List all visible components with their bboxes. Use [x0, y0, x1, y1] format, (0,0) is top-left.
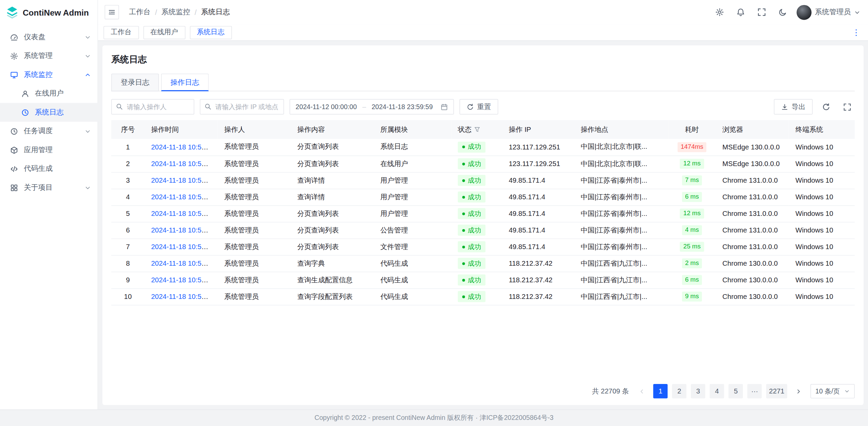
operation-time-link[interactable]: 2024-11-18 10:52:05 — [151, 193, 215, 201]
operation-time-link[interactable]: 2024-11-18 10:52:12 — [151, 177, 215, 184]
cell-time: 2024-11-18 10:52:12 — [144, 172, 218, 189]
avatar — [796, 5, 811, 20]
code-icon — [10, 165, 18, 173]
cell-status: 成功 — [451, 255, 502, 272]
app-title: ContiNew Admin — [23, 7, 89, 17]
notifications-icon[interactable] — [732, 4, 749, 20]
breadcrumb-item[interactable]: 工作台 — [129, 7, 151, 17]
page-button-current[interactable]: 1 — [653, 384, 668, 398]
status-dot-icon — [462, 196, 465, 198]
sidebar-item-system-management[interactable]: 系统管理 — [0, 46, 97, 65]
sidebar-item-system-monitor[interactable]: 系统监控 — [0, 65, 97, 84]
cell-duration: 6 ms — [668, 272, 716, 288]
prev-page-button[interactable] — [634, 384, 649, 398]
export-button[interactable]: 导出 — [774, 99, 812, 115]
expand-icon — [843, 103, 851, 111]
cell-content: 查询字典 — [291, 255, 374, 272]
breadcrumb-separator: / — [155, 8, 157, 16]
page-button[interactable]: 5 — [729, 384, 743, 398]
operation-time-link[interactable]: 2024-11-18 10:51:49 — [151, 276, 215, 284]
tab-workbench[interactable]: 工作台 — [103, 26, 139, 39]
status-badge: 成功 — [458, 291, 486, 302]
operation-time-link[interactable]: 2024-11-18 10:51:55 — [151, 210, 215, 218]
sidebar-item-dashboard[interactable]: 仪表盘 — [0, 28, 97, 47]
sidebar-item-app-management[interactable]: 应用管理 — [0, 141, 97, 160]
duration-badge: 2 ms — [682, 259, 702, 268]
operation-time-link[interactable]: 2024-11-18 10:51:53 — [151, 226, 215, 234]
cell-operator: 系统管理员 — [218, 222, 291, 239]
cell-location: 中国|江苏省|泰州市|... — [574, 222, 668, 239]
cell-index: 5 — [111, 205, 144, 222]
date-start[interactable]: 2024-11-12 00:00:00 — [296, 103, 357, 111]
cell-ip: 49.85.171.4 — [502, 172, 574, 189]
sidebar-item-label: 在线用户 — [35, 88, 91, 98]
page-button-last[interactable]: 2271 — [766, 384, 787, 398]
user-menu[interactable]: 系统管理员 — [796, 5, 860, 20]
refresh-table-button[interactable] — [818, 99, 834, 115]
breadcrumb-item-current: 系统日志 — [201, 7, 230, 17]
operation-time-link[interactable]: 2024-11-18 10:52:47 — [151, 160, 215, 168]
date-end[interactable]: 2024-11-18 23:59:59 — [372, 103, 433, 111]
status-badge: 成功 — [458, 225, 486, 236]
filter-icon[interactable] — [474, 126, 481, 133]
operation-time-link[interactable]: 2024-11-18 10:51:49 — [151, 293, 215, 301]
reset-button[interactable]: 重置 — [459, 99, 498, 115]
subtab-login-logs[interactable]: 登录日志 — [111, 74, 159, 91]
download-icon — [781, 103, 788, 110]
chevron-down-icon — [854, 9, 860, 15]
table-row: 7 2024-11-18 10:51:52 系统管理员 分页查询列表 文件管理 … — [111, 239, 855, 255]
app-window: ContiNew Admin 仪表盘 系统管理 系统监控 — [0, 0, 868, 426]
col-status-label: 状态 — [458, 125, 472, 133]
page-size-select[interactable]: 10 条/页 — [810, 384, 855, 398]
dark-mode-icon[interactable] — [774, 4, 791, 20]
page-size-value: 10 条/页 — [815, 386, 840, 396]
sidebar-item-code-generation[interactable]: 代码生成 — [0, 159, 97, 178]
sidebar-item-system-logs[interactable]: 系统日志 — [0, 103, 97, 122]
cell-status: 成功 — [451, 239, 502, 255]
cell-time: 2024-11-18 10:51:49 — [144, 288, 218, 305]
status-label: 成功 — [468, 159, 481, 168]
more-icon[interactable]: ⋮ — [850, 28, 863, 36]
sidebar-item-task-schedule[interactable]: 任务调度 — [0, 122, 97, 141]
page-ellipsis-button[interactable]: ··· — [747, 384, 762, 398]
operation-time-link[interactable]: 2024-11-18 10:51:50 — [151, 260, 215, 267]
breadcrumb-separator: / — [195, 8, 197, 16]
sidebar-item-about-project[interactable]: 关于项目 — [0, 178, 97, 197]
logo[interactable]: ContiNew Admin — [0, 0, 97, 24]
breadcrumb-item[interactable]: 系统监控 — [161, 7, 190, 17]
status-dot-icon — [462, 279, 465, 281]
operation-time-link[interactable]: 2024-11-18 10:51:52 — [151, 243, 215, 251]
settings-icon[interactable] — [711, 4, 728, 20]
calendar-icon — [440, 103, 448, 110]
cell-browser: MSEdge 130.0.0.0 — [716, 139, 789, 156]
tab-online-users[interactable]: 在线用户 — [143, 26, 185, 39]
collapse-sidebar-button[interactable] — [105, 5, 119, 19]
filter-toolbar: 2024-11-12 00:00:00 – 2024-11-18 23:59:5… — [111, 99, 855, 115]
col-browser: 浏览器 — [716, 120, 789, 139]
cell-index: 6 — [111, 222, 144, 239]
status-label: 成功 — [468, 275, 481, 285]
subtab-operation-logs[interactable]: 操作日志 — [161, 74, 209, 91]
operator-input[interactable] — [111, 99, 194, 115]
sidebar-item-online-users[interactable]: 在线用户 — [0, 84, 97, 103]
cell-index: 9 — [111, 272, 144, 288]
next-page-button[interactable] — [792, 384, 806, 398]
status-label: 成功 — [468, 192, 481, 202]
page-button[interactable]: 2 — [672, 384, 686, 398]
date-range-picker[interactable]: 2024-11-12 00:00:00 – 2024-11-18 23:59:5… — [290, 99, 454, 115]
status-dot-icon — [462, 295, 465, 298]
col-duration: 耗时 — [668, 120, 716, 139]
cell-status: 成功 — [451, 222, 502, 239]
tab-system-logs[interactable]: 系统日志 — [190, 26, 232, 39]
col-ip: 操作 IP — [502, 120, 574, 139]
table-fullscreen-button[interactable] — [839, 99, 855, 115]
page-button[interactable]: 3 — [691, 384, 705, 398]
main-panel: 工作台 / 系统监控 / 系统日志 系统管理员 工作台 — [98, 0, 868, 409]
ip-input[interactable] — [200, 99, 284, 115]
status-label: 成功 — [468, 292, 481, 301]
card-spacer — [111, 305, 855, 378]
operation-time-link[interactable]: 2024-11-18 10:52:55 — [151, 143, 215, 151]
fullscreen-icon[interactable] — [753, 4, 770, 20]
col-operator: 操作人 — [218, 120, 291, 139]
page-button[interactable]: 4 — [710, 384, 724, 398]
